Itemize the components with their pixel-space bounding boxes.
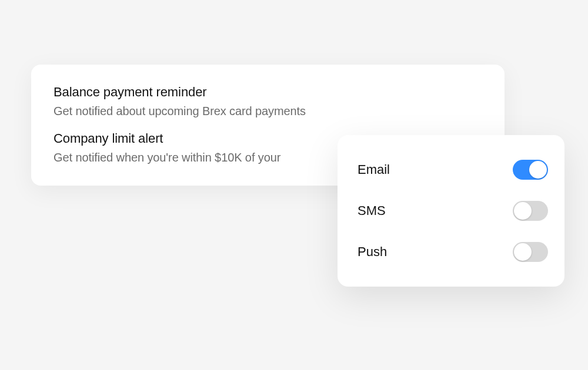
channel-label: SMS [358,203,386,218]
notification-channels-popover: Email SMS Push [338,135,564,287]
channel-label: Email [358,162,390,177]
toggle-knob [514,202,532,220]
toggle-push[interactable] [513,242,548,262]
channel-label: Push [358,244,387,260]
toggle-knob [514,243,532,261]
toggle-sms[interactable] [513,201,548,221]
setting-description: Get notified about upcoming Brex card pa… [54,105,482,118]
toggle-email[interactable] [513,160,548,180]
channel-row-push: Push [358,231,548,273]
channel-row-email: Email [358,149,548,190]
setting-title: Balance payment reminder [54,85,482,100]
setting-item-balance-reminder: Balance payment reminder Get notified ab… [54,85,482,118]
channel-row-sms: SMS [358,190,548,231]
toggle-knob [529,161,547,179]
